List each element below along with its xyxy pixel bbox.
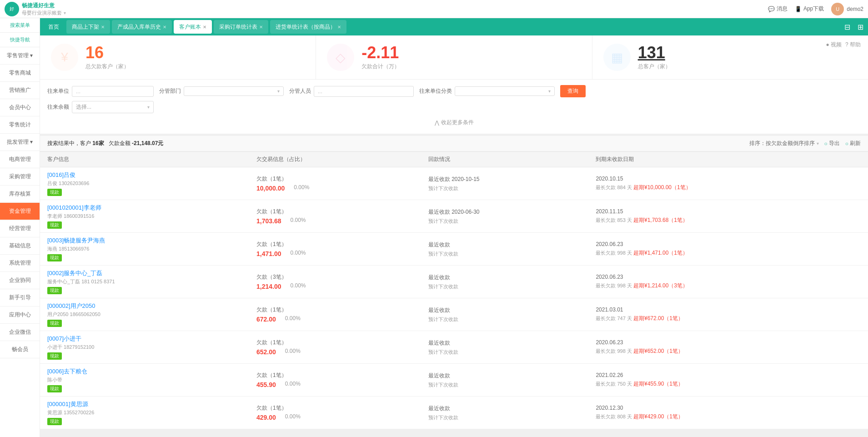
origin-unit-input[interactable]: ... [72,86,154,97]
customer-name-7[interactable]: [000001]黄思源 [47,400,242,408]
tab-customer-account[interactable]: 客户账本 ✕ [174,20,212,34]
debt-count-7: 欠款（1笔） [256,404,414,412]
app-logo: 好 [5,2,19,16]
customer-name-3[interactable]: [0002]服务中心_丁磊 [47,269,242,277]
overdue-amount-4[interactable]: 超期¥672.00（1笔） [633,315,683,321]
td-customer-7: [000001]黄思源 黄思源 13552700226 现款 [40,397,249,429]
debt-amount-7[interactable]: 429.00 [256,414,276,421]
debt-amount-0[interactable]: 10,000.00 [256,185,285,192]
debt-amount-1[interactable]: 1,703.68 [256,217,281,225]
customer-name-1[interactable]: [0001020001]李老师 [47,204,242,212]
debt-total-label: 欠款合计（万） [361,63,400,70]
export-btn[interactable]: ○ 导出 [824,140,840,147]
dept-select[interactable]: ▾ [184,86,284,96]
sidebar-item-system[interactable]: 系统管理 [0,255,40,272]
tab-close-product-offline[interactable]: ✕ [101,25,105,30]
customer-name-6[interactable]: [0006]去下粮仓 [47,367,242,376]
refresh-btn[interactable]: ○ 刷新 [845,140,861,147]
td-due-6: 2021.02.26 最长欠款 750 天 超期¥455.90（1笔） [588,364,868,397]
overdue-days-3: 最长欠款 998 天 超期¥1,214.00（3笔） [596,282,861,290]
sidebar-item-member[interactable]: 会员中心 [0,99,40,116]
sidebar-item-retail-mgmt[interactable]: 零售管理 ▾ [0,47,40,65]
debt-amount-6[interactable]: 455.90 [256,381,276,388]
sidebar-item-wechat[interactable]: 企业微信 [0,324,40,341]
tab-minimize-btn[interactable]: ⊟ [842,22,853,32]
tab-purchase-order[interactable]: 采购订单统计表 ✕ [214,20,268,34]
filter-origin-unit: 往来单位 ... [47,86,154,97]
next-collection-2: 预计下次收款 [428,251,582,257]
table-row: [0006]去下粮仓 陈小带 现款 欠款（1笔） 455.90 0.00% 最近… [40,364,868,397]
latest-collection-6: 最近收款 [428,372,582,380]
overdue-amount-5[interactable]: 超期¥652.00（1笔） [633,348,683,354]
overdue-amount-3[interactable]: 超期¥1,214.00（3笔） [633,282,688,289]
debt-percent-2: 0.00% [291,250,306,256]
tab-bar-controls: ⊟ ⊞ [842,22,866,32]
td-due-5: 2020.06.23 最长欠款 998 天 超期¥652.00（1笔） [588,331,868,364]
debt-amount-4[interactable]: 672.00 [256,316,276,323]
sidebar-item-purchase[interactable]: 采购管理 [0,168,40,186]
manager-label: 分管人员 [289,87,311,95]
debt-amount-5[interactable]: 652.00 [256,348,276,356]
customer-name-2[interactable]: [0003]畅捷服务尹海燕 [47,236,242,245]
company-dropdown-icon[interactable]: ▾ [64,10,66,15]
search-menu-btn[interactable]: 搜索菜单 [0,18,40,33]
user-menu[interactable]: U demo2 [831,3,863,15]
sidebar-item-basic[interactable]: 基础信息 [0,237,40,255]
td-due-4: 2021.03.01 最长欠款 747 天 超期¥672.00（1笔） [588,298,868,331]
tab-close-purchase-order[interactable]: ✕ [259,25,263,30]
overdue-amount-6[interactable]: 超期¥455.90（1笔） [633,381,683,387]
debt-customers-icon: ¥ [51,44,78,71]
video-btn[interactable]: ● 视频 [826,41,842,49]
total-customers-label: 总客户（家） [638,63,671,70]
tab-expand-btn[interactable]: ⊞ [855,22,866,32]
latest-collection-4: 最近收款 [428,306,582,314]
tab-purchase-stats[interactable]: 进货单统计表（按商品） ✕ [270,20,346,34]
tab-close-product-history[interactable]: ✕ [163,25,166,30]
sidebar-item-operations[interactable]: 经营管理 [0,220,40,237]
debt-amount-2[interactable]: 1,471.00 [256,250,281,257]
sidebar-item-wholesale[interactable]: 批发管理 ▾ [0,134,40,151]
customer-name-4[interactable]: [000002]用户2050 [47,302,242,310]
sidebar-item-ecommerce[interactable]: 电商管理 [0,151,40,168]
sidebar-item-retail-store[interactable]: 零售商城 [0,65,40,82]
balance-select[interactable]: 选择... ▾ [72,101,154,113]
message-btn[interactable]: 💬 消息 [768,5,788,13]
overdue-amount-2[interactable]: 超期¥1,471.00（1笔） [633,250,688,256]
quick-nav-btn[interactable]: 快捷导航 [0,33,40,47]
collapse-btn[interactable]: ⋀ 收起更多条件 [47,117,861,128]
filter-row-1: 往来单位 ... 分管部门 ▾ [47,85,861,97]
sidebar-item-finance[interactable]: 资金管理 [0,203,40,220]
customer-name-0[interactable]: [0016]吕俊 [47,171,242,179]
sidebar-item-appcenter[interactable]: 应用中心 [0,306,40,324]
sidebar-item-newguide[interactable]: 新手引导 [0,289,40,306]
customer-name-5[interactable]: [0007]小进干 [47,335,242,343]
sort-select[interactable]: 排序：按欠款金额倒序排序 ▾ [749,140,819,147]
td-debt-4: 欠款（1笔） 672.00 0.00% [249,298,421,331]
sidebar-item-enterprise[interactable]: 企业协同 [0,272,40,289]
overdue-amount-7[interactable]: 超期¥429.00（1笔） [633,413,683,420]
search-btn[interactable]: 查询 [560,85,586,97]
help-btn[interactable]: ? 帮助 [845,41,861,49]
tab-close-customer-account[interactable]: ✕ [203,25,206,30]
sidebar-item-stock[interactable]: 库存核算 [0,186,40,203]
debt-customers-number: 16 [85,45,129,61]
sidebar-item-marketing[interactable]: 营销推广 [0,82,40,99]
sidebar-item-retail-stats[interactable]: 零售统计 [0,116,40,134]
manager-input[interactable]: ... [314,86,414,97]
app-download-btn[interactable]: 📱 App下载 [795,5,824,13]
tab-product-offline[interactable]: 商品上下架 ✕ [66,20,110,34]
tab-close-purchase-stats[interactable]: ✕ [337,25,341,30]
sidebar-item-vip[interactable]: 畅会员 [0,341,40,358]
unit-category-select[interactable]: ▾ [455,86,555,96]
app-name: 畅捷通好生意 [22,2,66,10]
overdue-amount-0[interactable]: 超期¥10,000.00（1笔） [633,184,691,191]
td-due-1: 2020.11.15 最长欠款 853 天 超期¥1,703.68（1笔） [588,200,868,233]
debt-count-0: 欠款（1笔） [256,175,414,183]
td-debt-5: 欠款（1笔） 652.00 0.00% [249,331,421,364]
latest-collection-0: 最近收款 2020-10-15 [428,176,582,183]
tab-product-history[interactable]: 产成品入库单历史 ✕ [112,20,172,34]
debt-amount-3[interactable]: 1,214.00 [256,283,281,290]
tab-home[interactable]: 首页 [43,20,65,34]
td-collection-1: 最近收款 2020-06-30 预计下次收款 [421,200,589,233]
overdue-amount-1[interactable]: 超期¥1,703.68（1笔） [633,217,688,223]
